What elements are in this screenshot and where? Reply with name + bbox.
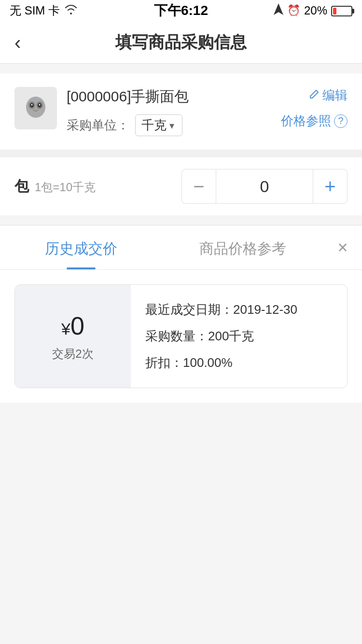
carrier-text: 无 SIM 卡 [10,3,60,18]
battery-icon [331,4,352,17]
section-divider [0,150,362,157]
bottom-panel: 历史成交价 商品价格参考 × ¥0 交易2次 最近成交日期：2019-12-30… [0,225,362,403]
panel-close-button[interactable]: × [323,228,362,267]
price-value: 0 [70,312,84,340]
discount-value: 100.00% [183,355,233,370]
recent-date-label: 最近成交日期： [145,302,233,317]
help-icon: ? [334,114,348,128]
svg-point-7 [34,108,38,111]
product-header: [0000006]手撕面包 采购单位： 千克 ▾ 编辑 [14,87,348,136]
product-name: [0000006]手撕面包 [67,87,281,107]
quantity-controls: − 0 + [181,169,348,204]
quantity-input[interactable]: 0 [216,169,313,204]
status-time: 下午6:12 [154,1,208,20]
product-unit-row: 采购单位： 千克 ▾ [67,114,281,136]
discount-label: 折扣： [145,355,183,370]
unit-value: 千克 [141,117,167,134]
tab-bar: 历史成交价 商品价格参考 × [0,225,362,270]
unit-label: 采购单位： [67,117,129,134]
purchase-qty-label: 采购数量： [145,329,208,343]
back-button[interactable]: ‹ [14,33,21,52]
chevron-down-icon: ▾ [169,120,174,131]
price-ref-label: 价格参照 [281,112,331,129]
quantity-row: 包 1包=10千克 − 0 + [0,157,362,215]
unit-select-dropdown[interactable]: 千克 ▾ [135,114,182,136]
page-title: 填写商品采购信息 [115,31,247,54]
historical-price: ¥0 [61,311,84,340]
tab-history-price[interactable]: 历史成交价 [0,225,162,269]
tab-price-reference[interactable]: 商品价格参考 [162,225,323,269]
edit-button[interactable]: 编辑 [309,87,348,104]
status-bar: 无 SIM 卡 下午6:12 ⏰ 20% [0,0,362,21]
currency-symbol: ¥ [61,320,70,338]
trade-count: 交易2次 [52,346,93,362]
product-image-placeholder [21,92,50,125]
edit-icon [309,88,320,103]
recent-date-value: 2019-12-30 [233,302,297,317]
edit-label: 编辑 [322,87,348,104]
product-info: [0000006]手撕面包 采购单位： 千克 ▾ [67,87,281,136]
history-card: ¥0 交易2次 最近成交日期：2019-12-30 采购数量：200千克 折扣：… [14,284,348,388]
product-thumbnail [14,87,57,129]
purchase-qty-value: 200千克 [208,329,254,343]
card-price-section: ¥0 交易2次 [15,285,131,388]
wifi-icon [64,4,78,17]
product-section: [0000006]手撕面包 采购单位： 千克 ▾ 编辑 [0,73,362,150]
quantity-minus-button[interactable]: − [181,169,216,204]
product-right: 编辑 价格参照 ? [281,87,348,129]
quantity-unit: 包 [14,177,29,196]
svg-point-5 [31,104,33,105]
alarm-icon: ⏰ [287,4,300,17]
tab-price-ref-label: 商品价格参考 [199,240,286,256]
quantity-left: 包 1包=10千克 [14,177,96,196]
quantity-conversion: 1包=10千克 [35,180,96,195]
battery-percentage: 20% [304,4,327,17]
tab-history-label: 历史成交价 [45,240,117,256]
product-left: [0000006]手撕面包 采购单位： 千克 ▾ [14,87,281,136]
gps-icon [274,3,283,18]
card-detail-section: 最近成交日期：2019-12-30 采购数量：200千克 折扣：100.00% [131,285,347,388]
nav-bar: ‹ 填写商品采购信息 [0,21,362,64]
price-reference-button[interactable]: 价格参照 ? [281,112,348,129]
tab-active-indicator [67,267,96,269]
status-left: 无 SIM 卡 [10,3,78,18]
purchase-qty-row: 采购数量：200千克 [145,327,333,346]
quantity-plus-button[interactable]: + [313,169,348,204]
page-background [0,403,362,644]
discount-row: 折扣：100.00% [145,353,333,372]
status-right: ⏰ 20% [274,3,352,18]
recent-date-row: 最近成交日期：2019-12-30 [145,300,333,319]
svg-point-6 [39,104,41,105]
history-content: ¥0 交易2次 最近成交日期：2019-12-30 采购数量：200千克 折扣：… [0,270,362,403]
